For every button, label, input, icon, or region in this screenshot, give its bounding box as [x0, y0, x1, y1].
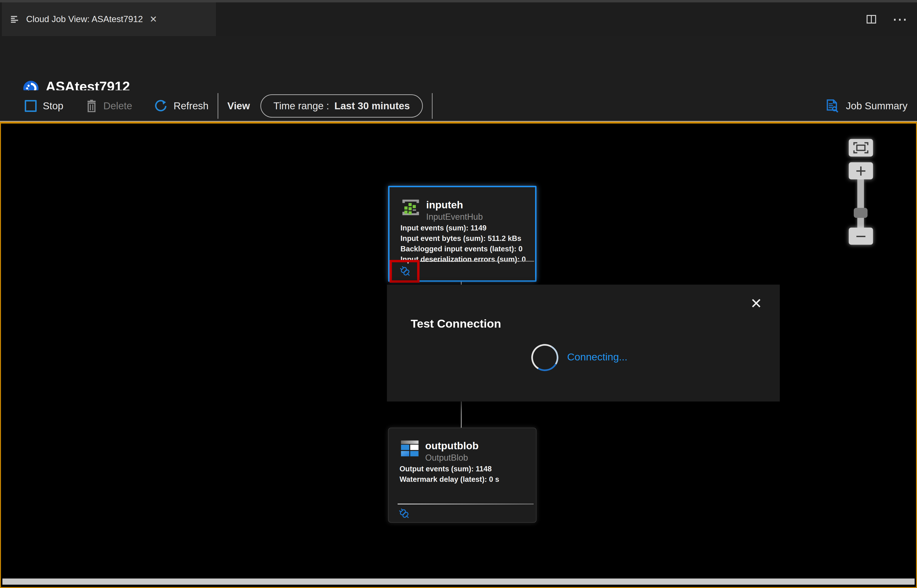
fit-to-screen-button[interactable] [849, 139, 873, 157]
node-metrics: Input events (sum): 1149 Input event byt… [400, 223, 526, 265]
job-summary-label: Job Summary [846, 100, 907, 111]
node-type: OutputBlob [425, 453, 468, 463]
zoom-slider-thumb[interactable] [854, 208, 868, 218]
editor-tab-bar: Cloud Job View: ASAtest7912 ✕ ⋯ [0, 2, 917, 36]
node-name: outputblob [425, 440, 478, 452]
highlight-red-box [390, 260, 420, 283]
tab-close-icon[interactable]: ✕ [149, 15, 157, 24]
job-diagram-canvas[interactable]: inputeh InputEventHub Input events (sum)… [0, 122, 917, 588]
zoom-in-button[interactable]: + [849, 162, 873, 179]
metric-line: Input events (sum): 1149 [400, 223, 526, 233]
window-top-strip [0, 0, 917, 2]
job-header: ASAtest7912 Status Running Output waterm… [0, 36, 917, 90]
metric-line: Input event bytes (sum): 511.2 kBs [400, 233, 526, 244]
stop-button[interactable]: Stop [25, 100, 63, 112]
toolbar-separator [432, 93, 433, 119]
node-type: InputEventHub [426, 212, 483, 222]
dialog-title: Test Connection [411, 317, 501, 330]
node-footer-divider [420, 261, 534, 262]
zoom-slider-track[interactable] [857, 179, 864, 228]
metric-line: Backlogged input events (latest): 0 [400, 244, 526, 254]
node-name: inputeh [426, 199, 463, 211]
job-summary-icon [825, 99, 839, 113]
dialog-close-icon[interactable]: ✕ [750, 295, 762, 312]
trash-icon [86, 100, 97, 112]
list-icon [10, 15, 19, 24]
stop-label: Stop [43, 100, 63, 111]
stop-icon [25, 100, 37, 112]
metric-line: Output events (sum): 1148 [400, 464, 499, 474]
edge-line [461, 282, 462, 284]
node-outputblob[interactable]: outputblob OutputBlob Output events (sum… [388, 428, 536, 523]
metric-line: Watermark delay (latest): 0 s [400, 474, 499, 485]
view-label: View [227, 100, 250, 111]
canvas-top-border [0, 122, 917, 124]
time-range-value: Last 30 minutes [334, 100, 410, 111]
job-summary-button[interactable]: Job Summary [825, 99, 907, 113]
tab-cloud-job-view[interactable]: Cloud Job View: ASAtest7912 ✕ [2, 2, 216, 36]
node-metrics: Output events (sum): 1148 Watermark dela… [400, 464, 499, 485]
zoom-out-button[interactable]: − [849, 228, 873, 245]
node-footer-divider [398, 504, 534, 504]
loading-spinner-icon [528, 341, 561, 374]
tab-title: Cloud Job View: ASAtest7912 [26, 14, 143, 24]
node-inputeh[interactable]: inputeh InputEventHub Input events (sum)… [388, 186, 536, 282]
test-connection-dialog: ✕ Test Connection Connecting... [387, 284, 780, 402]
split-editor-icon[interactable] [866, 13, 877, 25]
event-hub-icon [400, 197, 421, 218]
cloud-job-view-window: Cloud Job View: ASAtest7912 ✕ ⋯ ASAtest7… [0, 0, 917, 588]
fit-to-screen-icon [853, 142, 869, 154]
delete-button[interactable]: Delete [86, 100, 132, 112]
toolbar-separator [218, 93, 218, 119]
tab-actions: ⋯ [866, 2, 907, 36]
time-range-label: Time range : [274, 100, 329, 111]
refresh-icon [155, 100, 167, 112]
blob-storage-icon [400, 438, 420, 459]
job-toolbar: Stop Delete Refresh View Time range : La… [0, 90, 917, 122]
test-connection-plug-icon[interactable] [398, 507, 410, 520]
refresh-label: Refresh [173, 100, 209, 111]
horizontal-scrollbar[interactable] [2, 578, 915, 585]
more-actions-icon[interactable]: ⋯ [892, 15, 907, 23]
refresh-button[interactable]: Refresh [155, 100, 209, 112]
connecting-status: Connecting... [567, 351, 627, 363]
time-range-button[interactable]: Time range : Last 30 minutes [261, 94, 423, 118]
delete-label: Delete [103, 100, 132, 111]
